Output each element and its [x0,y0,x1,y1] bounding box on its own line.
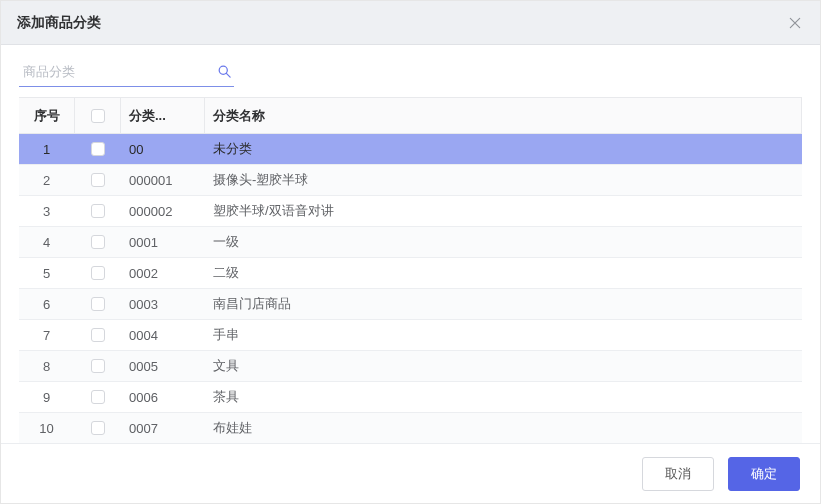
cell-select [75,413,121,443]
cell-index: 10 [19,413,75,443]
cell-index: 2 [19,165,75,195]
table-row[interactable]: 100未分类 [19,134,802,165]
col-header-select [75,98,121,133]
cell-code: 0005 [121,351,205,381]
cell-code: 0003 [121,289,205,319]
category-table: 序号 分类... 分类名称 100未分类2000001摄像头-塑胶半球30000… [19,97,802,443]
cell-code: 000002 [121,196,205,226]
search-wrap [19,57,802,87]
table-row[interactable]: 50002二级 [19,258,802,289]
cell-name: 塑胶半球/双语音对讲 [205,196,802,226]
col-header-code: 分类... [121,98,205,133]
select-all-checkbox[interactable] [91,109,105,123]
table-row[interactable]: 40001一级 [19,227,802,258]
search-icon [217,64,232,79]
table-row[interactable]: 90006茶具 [19,382,802,413]
table-row[interactable]: 100007布娃娃 [19,413,802,443]
cell-code: 0001 [121,227,205,257]
cell-select [75,258,121,288]
cell-name: 文具 [205,351,802,381]
col-header-name: 分类名称 [205,98,802,133]
cell-index: 5 [19,258,75,288]
table-row[interactable]: 2000001摄像头-塑胶半球 [19,165,802,196]
close-button[interactable] [786,14,804,32]
cell-index: 7 [19,320,75,350]
cell-code: 0006 [121,382,205,412]
row-checkbox[interactable] [91,390,105,404]
col-header-index: 序号 [19,98,75,133]
cell-code: 0002 [121,258,205,288]
cell-name: 二级 [205,258,802,288]
row-checkbox[interactable] [91,359,105,373]
dialog-content: 序号 分类... 分类名称 100未分类2000001摄像头-塑胶半球30000… [1,45,820,443]
cell-name: 摄像头-塑胶半球 [205,165,802,195]
table-row[interactable]: 70004手串 [19,320,802,351]
dialog-title: 添加商品分类 [17,14,101,32]
confirm-button[interactable]: 确定 [728,457,800,491]
cancel-button[interactable]: 取消 [642,457,714,491]
search-input[interactable] [19,58,214,86]
row-checkbox[interactable] [91,297,105,311]
cell-index: 4 [19,227,75,257]
search-button[interactable] [214,62,234,82]
row-checkbox[interactable] [91,204,105,218]
table-body[interactable]: 100未分类2000001摄像头-塑胶半球3000002塑胶半球/双语音对讲40… [19,134,802,443]
cell-select [75,196,121,226]
cell-index: 6 [19,289,75,319]
cell-index: 1 [19,134,75,164]
cell-name: 未分类 [205,134,802,164]
search-field [19,57,234,87]
cell-name: 手串 [205,320,802,350]
row-checkbox[interactable] [91,235,105,249]
svg-line-1 [226,73,230,77]
cell-select [75,289,121,319]
cell-name: 布娃娃 [205,413,802,443]
row-checkbox[interactable] [91,173,105,187]
close-icon [788,16,802,30]
cell-code: 000001 [121,165,205,195]
row-checkbox[interactable] [91,421,105,435]
table-row[interactable]: 80005文具 [19,351,802,382]
cell-code: 0007 [121,413,205,443]
cell-index: 9 [19,382,75,412]
row-checkbox[interactable] [91,142,105,156]
cell-select [75,227,121,257]
table-row[interactable]: 60003南昌门店商品 [19,289,802,320]
cell-code: 0004 [121,320,205,350]
table-row[interactable]: 3000002塑胶半球/双语音对讲 [19,196,802,227]
cell-select [75,320,121,350]
dialog-titlebar: 添加商品分类 [1,1,820,45]
cell-index: 8 [19,351,75,381]
row-checkbox[interactable] [91,266,105,280]
cell-select [75,382,121,412]
cell-name: 茶具 [205,382,802,412]
cell-select [75,351,121,381]
cell-select [75,134,121,164]
cell-name: 南昌门店商品 [205,289,802,319]
add-category-dialog: 添加商品分类 序号 分类... [0,0,821,504]
cell-index: 3 [19,196,75,226]
cell-code: 00 [121,134,205,164]
cell-name: 一级 [205,227,802,257]
row-checkbox[interactable] [91,328,105,342]
table-header: 序号 分类... 分类名称 [19,98,802,134]
dialog-footer: 取消 确定 [1,443,820,503]
cell-select [75,165,121,195]
